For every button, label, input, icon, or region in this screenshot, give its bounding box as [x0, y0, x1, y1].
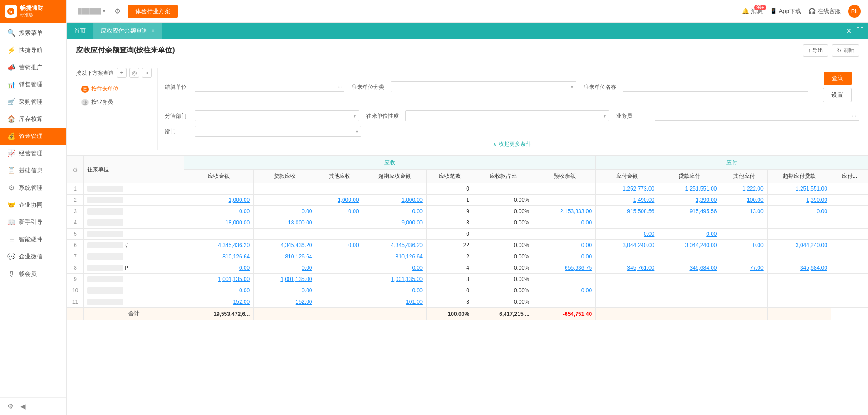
cell-other_receivable: [316, 183, 363, 195]
header-gear-icon[interactable]: ⚙: [114, 7, 121, 15]
table-row: 10 0.000.000.0000.00%0.00: [67, 285, 868, 296]
sidebar-item-finance[interactable]: 💰 资金管理: [0, 128, 66, 145]
filter-collapse-button[interactable]: «: [142, 68, 152, 78]
cell-other_payable: 0.00: [721, 240, 767, 251]
cell-receivable_amount: 152.00: [184, 296, 254, 308]
query-button[interactable]: 查询: [824, 72, 852, 85]
th-receivable-count: 应收笔数: [426, 170, 473, 183]
cell-receivable_ratio: [473, 183, 533, 195]
ellipsis-icon: ···: [337, 84, 342, 90]
field-partner-nature-label: 往来单位性质: [366, 112, 402, 120]
cell-other_payable: 100.00: [721, 195, 767, 206]
export-button[interactable]: ↑ 导出: [803, 44, 828, 57]
field-division-input[interactable]: ▾: [195, 126, 361, 137]
sidebar-item-search[interactable]: 🔍 搜索菜单: [0, 24, 66, 42]
cell-payable_amount: [596, 285, 658, 296]
row-index: 2: [67, 195, 84, 206]
sidebar-item-guide[interactable]: 📖 新手引导: [0, 214, 66, 231]
cell-receivable_ratio: 0.00%: [473, 262, 533, 274]
cell-receivable_amount: 1,000.00: [184, 195, 254, 206]
settings-footer-icon[interactable]: ⚙: [7, 402, 13, 410]
th-other-payable: 其他应付: [721, 170, 767, 183]
cell-loan_receivable: 1,001,135.00: [254, 274, 316, 285]
sidebar-item-basic-info[interactable]: 📋 基础信息: [0, 162, 66, 179]
tab-ar-ap-query[interactable]: 应收应付余额查询 ×: [94, 23, 162, 39]
nav-icon: ⚡: [7, 46, 15, 54]
cell-receivable_ratio: 0.00%: [473, 296, 533, 308]
query-by-partner[interactable]: 客 按往来单位: [76, 82, 152, 95]
cell-loan_receivable: 0.00: [254, 262, 316, 274]
query-by-salesperson[interactable]: 业 按业务员: [76, 95, 152, 109]
tab-close-icon[interactable]: ×: [151, 28, 155, 34]
online-service-button[interactable]: 🎧 在线客服: [808, 7, 841, 15]
close-window-icon[interactable]: ✕: [846, 27, 852, 35]
field-settlement-input[interactable]: ···: [195, 82, 344, 92]
row-index: 3: [67, 206, 84, 217]
table-row: 6 √4,345,436.204,345,436.200.004,345,436…: [67, 240, 868, 251]
cell-overdue_payable: [767, 296, 831, 308]
collapse-sidebar-icon[interactable]: ◀: [20, 402, 26, 410]
sidebar-item-hardware[interactable]: 🖥 智能硬件: [0, 231, 66, 248]
notification-button[interactable]: 🔔 消息 99+: [742, 7, 763, 15]
refresh-button[interactable]: ↻ 刷新: [832, 44, 859, 57]
cell-payable_amount: [596, 251, 658, 262]
field-partner-category-input[interactable]: ▾: [391, 81, 576, 92]
sidebar-item-quick-nav[interactable]: ⚡ 快捷导航: [0, 42, 66, 59]
field-salesperson-label: 业务员: [616, 112, 652, 120]
th-settings[interactable]: ⚙: [67, 156, 84, 183]
field-division-label: 部门: [165, 128, 192, 135]
table-footer-row: 合计 19,553,472,6... 100.00% 6,417,215....…: [67, 308, 868, 320]
sidebar-item-system[interactable]: ⚙ 系统管理: [0, 179, 66, 196]
th-partner: 往来单位: [84, 156, 184, 183]
cell-other_receivable: [316, 285, 363, 296]
cell-partner: [84, 217, 184, 229]
collapse-filter-button[interactable]: ∧ 收起更多条件: [165, 138, 859, 150]
sidebar-item-inventory[interactable]: 🏠 库存核算: [0, 110, 66, 128]
field-partner-name-input[interactable]: [623, 82, 808, 92]
settings-button[interactable]: 设置: [823, 88, 852, 102]
cell-receivable_count: 4: [426, 262, 473, 274]
cell-receivable_amount: 810,126.64: [184, 251, 254, 262]
maximize-icon[interactable]: ⛶: [856, 27, 863, 35]
sidebar-item-member[interactable]: 🎖 畅会员: [0, 265, 66, 282]
table-settings-icon[interactable]: ⚙: [72, 166, 78, 173]
cell-other_receivable: [316, 251, 363, 262]
partner-method-icon: 客: [81, 86, 89, 93]
cell-receivable_amount: [184, 229, 254, 240]
header: ██████ ▾ ⚙ 体验行业方案 🔔 消息 99+ 📱 App下载 🎧 在线客…: [67, 0, 868, 23]
sidebar-item-collab[interactable]: 🤝 企业协同: [0, 196, 66, 214]
cell-loan_payable: 915,495.56: [658, 206, 721, 217]
search-icon: 🔍: [7, 29, 15, 37]
sidebar-item-sales[interactable]: 📊 销售管理: [0, 76, 66, 93]
nature-dropdown-icon: ▾: [604, 114, 606, 119]
header-dropdown-arrow[interactable]: ▾: [103, 8, 105, 14]
cell-loan_receivable: 0.00: [254, 285, 316, 296]
bell-icon: 🔔: [742, 8, 749, 14]
field-dept-input[interactable]: ▾: [195, 110, 359, 121]
collab-icon: 🤝: [7, 201, 15, 209]
cell-partner: √: [84, 240, 184, 251]
cell-other_payable: [721, 296, 767, 308]
sidebar-item-wechat[interactable]: 💬 企业微信: [0, 248, 66, 265]
filter-settings-button[interactable]: ◎: [129, 68, 139, 78]
tabbar: 首页 应收应付余额查询 × ✕ ⛶: [67, 23, 868, 39]
field-partner-nature-input[interactable]: ▾: [405, 110, 609, 121]
cell-receivable_count: 22: [426, 240, 473, 251]
sidebar-item-purchase[interactable]: 🛒 采购管理: [0, 93, 66, 110]
cell-other_receivable: 0.00: [316, 206, 363, 217]
filter-label: 按以下方案查询: [76, 69, 114, 77]
cell-receivable_count: 1: [426, 195, 473, 206]
sidebar-item-operations[interactable]: 📈 经营管理: [0, 145, 66, 162]
app-download-button[interactable]: 📱 App下载: [770, 7, 801, 15]
sidebar-item-marketing[interactable]: 📣 营销推广: [0, 59, 66, 76]
user-avatar[interactable]: Rit: [848, 5, 861, 18]
cell-overdue_payable: [767, 229, 831, 240]
cell-receivable_ratio: 0.00%: [473, 285, 533, 296]
cell-overdue_payable: [767, 274, 831, 285]
promo-button[interactable]: 体验行业方案: [128, 5, 178, 18]
add-filter-button[interactable]: +: [117, 68, 127, 78]
cell-partner: [84, 206, 184, 217]
tab-home[interactable]: 首页: [67, 23, 94, 39]
table-row: 8 P0.000.000.0040.00%655,636.75345,761.0…: [67, 262, 868, 274]
field-salesperson-input[interactable]: ···: [655, 111, 859, 121]
